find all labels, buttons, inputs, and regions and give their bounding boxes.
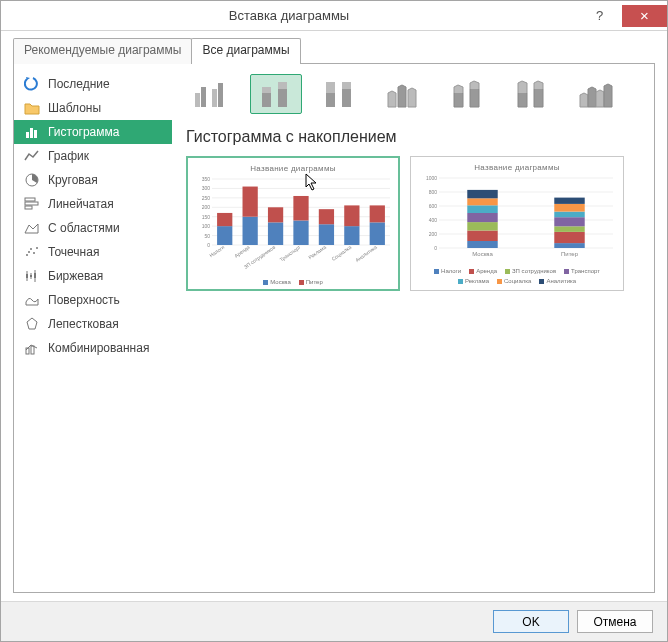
svg-rect-84 xyxy=(467,222,497,230)
svg-rect-21 xyxy=(195,93,200,107)
svg-rect-91 xyxy=(554,232,584,243)
subtype-3d-stacked[interactable] xyxy=(442,74,494,114)
scatter-chart-icon xyxy=(24,244,40,260)
svg-rect-90 xyxy=(554,243,584,248)
svg-rect-32 xyxy=(342,82,351,89)
sidebar-item-stock[interactable]: Биржевая xyxy=(14,264,172,288)
svg-rect-16 xyxy=(30,275,32,277)
sidebar-item-radar[interactable]: Лепестковая xyxy=(14,312,172,336)
legend-1: Москва Питер xyxy=(194,279,392,285)
svg-rect-4 xyxy=(25,198,35,201)
svg-text:150: 150 xyxy=(202,214,211,220)
subtype-3d-clustered[interactable] xyxy=(378,74,430,114)
svg-rect-68 xyxy=(370,205,385,222)
subtype-3d-100stacked[interactable] xyxy=(506,74,558,114)
svg-rect-61 xyxy=(319,224,334,245)
svg-rect-22 xyxy=(201,87,206,107)
svg-text:50: 50 xyxy=(204,233,210,239)
sidebar-item-surface[interactable]: Поверхность xyxy=(14,288,172,312)
sidebar-item-combo[interactable]: Комбинированная xyxy=(14,336,172,360)
chart-preview-2: 02004006008001000МоскваПитер xyxy=(417,176,617,262)
preview-1[interactable]: Название диаграммы 050100150200250300350… xyxy=(186,156,400,291)
svg-rect-95 xyxy=(554,204,584,212)
svg-text:400: 400 xyxy=(429,217,438,223)
svg-rect-1 xyxy=(30,128,33,138)
svg-rect-5 xyxy=(25,202,38,205)
sidebar-item-pie[interactable]: Круговая xyxy=(14,168,172,192)
svg-rect-87 xyxy=(467,198,497,205)
svg-rect-2 xyxy=(34,130,37,138)
svg-text:Питер: Питер xyxy=(561,251,579,257)
combo-chart-icon xyxy=(24,340,40,356)
svg-rect-64 xyxy=(344,226,359,245)
subtype-3d[interactable] xyxy=(570,74,622,114)
cancel-button[interactable]: Отмена xyxy=(577,610,653,633)
sidebar-item-scatter[interactable]: Точечная xyxy=(14,240,172,264)
pie-chart-icon xyxy=(24,172,40,188)
sidebar-item-label: Лепестковая xyxy=(48,317,119,331)
recent-icon xyxy=(24,76,40,92)
svg-rect-15 xyxy=(26,274,28,278)
titlebar-title: Вставка диаграммы xyxy=(1,8,577,23)
svg-rect-50 xyxy=(217,213,232,226)
sidebar-item-column[interactable]: Гистограмма xyxy=(14,120,172,144)
svg-text:800: 800 xyxy=(429,189,438,195)
preview-2[interactable]: Название диаграммы 02004006008001000Моск… xyxy=(410,156,624,291)
svg-rect-31 xyxy=(342,89,351,107)
sidebar-item-area[interactable]: С областями xyxy=(14,216,172,240)
svg-point-7 xyxy=(26,254,28,256)
svg-rect-20 xyxy=(31,346,34,354)
sidebar-item-label: С областями xyxy=(48,221,120,235)
svg-text:Москва: Москва xyxy=(472,251,493,257)
subtype-stacked[interactable] xyxy=(250,74,302,114)
sidebar-item-bar[interactable]: Линейчатая xyxy=(14,192,172,216)
svg-rect-0 xyxy=(26,132,29,138)
svg-text:Аренда: Аренда xyxy=(233,244,251,259)
svg-text:Социалка: Социалка xyxy=(330,244,352,262)
svg-text:Налоги: Налоги xyxy=(208,244,225,259)
tab-all[interactable]: Все диаграммы xyxy=(191,38,300,64)
svg-rect-49 xyxy=(217,226,232,245)
sidebar-item-templates[interactable]: Шаблоны xyxy=(14,96,172,120)
svg-rect-85 xyxy=(467,213,497,222)
svg-rect-23 xyxy=(212,89,217,107)
svg-rect-27 xyxy=(278,89,287,107)
main-panel: Гистограмма с накоплением Название диагр… xyxy=(172,64,654,592)
preview-title: Название диаграммы xyxy=(194,164,392,173)
bar-chart-icon xyxy=(24,196,40,212)
svg-rect-92 xyxy=(554,226,584,232)
content-area: Последние Шаблоны Гистограмма График Кру… xyxy=(13,63,655,593)
radar-chart-icon xyxy=(24,316,40,332)
svg-text:0: 0 xyxy=(434,245,437,251)
svg-rect-55 xyxy=(268,222,283,245)
svg-marker-18 xyxy=(27,318,37,329)
svg-rect-62 xyxy=(319,209,334,224)
help-button[interactable]: ? xyxy=(577,5,622,27)
tab-strip: Рекомендуемые диаграммы Все диаграммы xyxy=(1,37,667,63)
svg-text:200: 200 xyxy=(202,204,211,210)
svg-rect-30 xyxy=(326,82,335,93)
close-button[interactable]: × xyxy=(622,5,667,27)
chart-preview-1: 050100150200250300350НалогиАрендаЗП сотр… xyxy=(194,177,394,273)
footer: OK Отмена xyxy=(1,601,667,641)
svg-rect-6 xyxy=(25,206,32,209)
legend-2: Налоги Аренда ЗП сотрудников Транспорт Р… xyxy=(417,268,617,284)
sidebar-item-label: Точечная xyxy=(48,245,99,259)
preview-title: Название диаграммы xyxy=(417,163,617,172)
svg-rect-83 xyxy=(467,231,497,242)
ok-button[interactable]: OK xyxy=(493,610,569,633)
svg-rect-29 xyxy=(326,93,335,107)
sidebar-item-recent[interactable]: Последние xyxy=(14,72,172,96)
svg-text:100: 100 xyxy=(202,223,211,229)
sidebar-item-line[interactable]: График xyxy=(14,144,172,168)
stock-chart-icon xyxy=(24,268,40,284)
dialog-window: Вставка диаграммы ? × Рекомендуемые диаг… xyxy=(0,0,668,642)
svg-text:Аналитика: Аналитика xyxy=(354,244,378,263)
svg-rect-17 xyxy=(34,273,36,278)
area-chart-icon xyxy=(24,220,40,236)
tab-recommended[interactable]: Рекомендуемые диаграммы xyxy=(13,38,192,64)
svg-rect-67 xyxy=(370,222,385,245)
subtype-100stacked[interactable] xyxy=(314,74,366,114)
subtype-clustered[interactable] xyxy=(186,74,238,114)
sidebar-item-label: Последние xyxy=(48,77,110,91)
